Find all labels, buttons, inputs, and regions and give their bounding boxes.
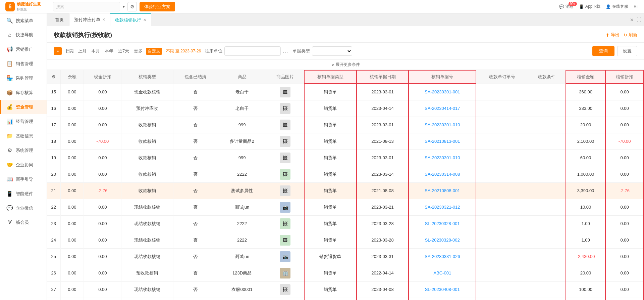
cell-cash-discount: 0.00: [84, 281, 121, 298]
cell-cash-discount: 0.00: [84, 84, 121, 100]
industry-btn[interactable]: 体验行业方案: [140, 2, 175, 11]
tab-expand-icon[interactable]: ⛶: [637, 17, 641, 23]
expand-more-btn[interactable]: ∨ 展开更多条件: [331, 62, 360, 68]
sidebar-label-hardware: 智能硬件: [16, 191, 33, 197]
sidebar-item-finance[interactable]: 💰 资金管理: [0, 100, 47, 114]
sidebar-item-system[interactable]: ⚙ 系统管理: [0, 143, 47, 158]
sidebar-label-basic: 基础信息: [16, 133, 33, 139]
app-download-label: App下载: [585, 4, 600, 9]
sidebar-item-quick-nav[interactable]: ⌂ 快捷导航: [0, 28, 47, 42]
sidebar-item-marketing[interactable]: 📢 营销推广: [0, 42, 47, 56]
cell-idx: 28: [47, 298, 60, 300]
cell-balance: 0.00: [60, 182, 84, 199]
filter-expand-btn[interactable]: »: [54, 47, 62, 55]
sidebar-item-search[interactable]: 🔍 搜索菜单: [0, 13, 47, 28]
tab-receipts[interactable]: 收款核销执行 ✕: [110, 13, 151, 26]
cell-writeoff-type: 收款核销: [121, 117, 173, 133]
date-last-month[interactable]: 上月: [76, 47, 88, 55]
sidebar-label-sales: 销售管理: [16, 61, 33, 67]
top-search-input[interactable]: [53, 2, 120, 11]
tab-prepay-close[interactable]: ✕: [102, 17, 105, 22]
cell-writeoff-no[interactable]: SA-20230331-026: [409, 248, 476, 265]
cell-writeoff-date: 2022-04-14: [357, 265, 409, 281]
cell-writeoff-no[interactable]: SA-20230301-010: [409, 117, 476, 133]
refresh-btn[interactable]: ↻ 刷新: [624, 32, 637, 38]
col-header-settings[interactable]: ⚙: [47, 70, 60, 84]
top-bar: 6 畅捷通好生意 标准版 ▾ ⚙ 体验行业方案 💬 消息 99+ 📱 App下载…: [0, 0, 644, 13]
cell-receipt-order-no: [476, 84, 528, 100]
cell-writeoff-no[interactable]: ABC-001: [409, 265, 476, 281]
date-this-month[interactable]: 本月: [90, 47, 101, 55]
cell-idx: 20: [47, 166, 60, 182]
cell-writeoff-no[interactable]: SA-20210813-001: [409, 133, 476, 149]
search-dropdown-btn[interactable]: ▾: [123, 4, 125, 9]
query-btn[interactable]: 查询: [592, 46, 614, 56]
cell-writeoff-no[interactable]: SL-20230328-002: [409, 232, 476, 248]
sidebar-item-inventory[interactable]: 📦 库存核算: [0, 85, 47, 100]
tab-home[interactable]: 首页: [50, 14, 69, 26]
app-download-btn[interactable]: 📱 App下载: [579, 4, 600, 9]
cell-product: 2222: [218, 298, 266, 300]
top-bar-right: 💬 消息 99+ 📱 App下载 👤 在线客服 Rit: [559, 4, 639, 9]
sidebar-item-hardware[interactable]: 📱 智能硬件: [0, 186, 47, 201]
sidebar-item-vip[interactable]: V 畅会员: [0, 215, 47, 229]
date-this-year[interactable]: 本年: [103, 47, 115, 55]
cell-writeoff-no[interactable]: SL-20230418-001: [409, 298, 476, 300]
home-icon: ⌂: [6, 32, 13, 38]
cell-writeoff-no[interactable]: SL-20230408-001: [409, 281, 476, 298]
table-row: 150.000.00现金收款核销否老白干🖼销货单2023-03-01SA-202…: [47, 84, 644, 100]
cell-writeoff-discount: 0.00: [605, 166, 644, 182]
inventory-icon: 📦: [6, 89, 13, 96]
cell-writeoff-date: 2023-03-01: [357, 117, 409, 133]
cell-product: 老白干: [218, 100, 266, 117]
cell-writeoff-voucher-type: 销货单: [304, 166, 357, 182]
cell-writeoff-date: 2023-03-28: [357, 215, 409, 232]
sidebar-item-sales[interactable]: 📋 销售管理: [0, 56, 47, 71]
sidebar-item-wechat[interactable]: 💬 企业微信: [0, 201, 47, 215]
sidebar-item-basic[interactable]: 📁 基础信息: [0, 129, 47, 143]
cell-writeoff-date: 2023-04-08: [357, 281, 409, 298]
cell-writeoff-no[interactable]: SA-20230301-001: [409, 84, 476, 100]
messages-btn[interactable]: 💬 消息 99+: [559, 4, 574, 9]
cell-writeoff-no[interactable]: SA-20230414-017: [409, 100, 476, 117]
cell-writeoff-type: 现结收款核销: [121, 298, 173, 300]
cell-product-img: 🖼: [266, 149, 304, 166]
cell-writeoff-no[interactable]: SL-20230328-001: [409, 215, 476, 232]
cell-writeoff-no[interactable]: SA-20230314-008: [409, 166, 476, 182]
cell-idx: 21: [47, 182, 60, 199]
online-service-btn[interactable]: 👤 在线客服: [606, 4, 628, 9]
cell-product-img: 🖼: [266, 281, 304, 298]
cell-writeoff-no[interactable]: SA-20230321-012: [409, 199, 476, 215]
cell-cash-discount: 0.00: [84, 199, 121, 215]
counterpart-input[interactable]: [224, 46, 281, 56]
cell-idx: 18: [47, 133, 60, 149]
cell-balance: 0.00: [60, 265, 84, 281]
sidebar-item-operations[interactable]: 📊 经营管理: [0, 114, 47, 129]
export-btn[interactable]: ⬆ 导出: [606, 32, 620, 38]
cell-balance: 0.00: [60, 149, 84, 166]
tab-receipts-close[interactable]: ✕: [143, 18, 146, 22]
col-header-writeoff-discount: 核销折扣: [605, 70, 644, 84]
sidebar-item-enterprise[interactable]: 🤝 企业协同: [0, 158, 47, 172]
cell-writeoff-no[interactable]: SA-20210808-001: [409, 182, 476, 199]
date-range-display: 不限 至 2023-07-26: [166, 48, 201, 54]
cell-writeoff-no[interactable]: SA-20230301-010: [409, 149, 476, 166]
tab-close-all-icon[interactable]: ✕: [630, 17, 634, 23]
sidebar-item-purchase[interactable]: 🏪 采购管理: [0, 71, 47, 85]
sidebar-item-guide[interactable]: 📖 新手引导: [0, 172, 47, 186]
cell-product-img: 🖼: [266, 182, 304, 199]
table-settings-icon[interactable]: ⚙: [52, 74, 56, 79]
cell-writeoff-type: 现结收款核销: [121, 232, 173, 248]
sidebar-label-system: 系统管理: [16, 147, 33, 154]
cell-idx: 15: [47, 84, 60, 100]
tab-prepay[interactable]: 预付冲应付单 ✕: [69, 13, 110, 26]
export-icon: ⬆: [606, 33, 609, 38]
date-custom-btn[interactable]: 自定义: [146, 48, 162, 55]
cell-writeoff-voucher-type: 销货单: [304, 117, 357, 133]
voucher-type-select[interactable]: [312, 46, 352, 56]
date-last-7days[interactable]: 近7天: [117, 47, 130, 55]
date-more[interactable]: 更多: [132, 47, 144, 55]
sidebar-label-inventory: 库存核算: [16, 90, 33, 96]
settings-gear-btn[interactable]: ⚙: [127, 2, 137, 11]
filter-settings-btn[interactable]: 设置: [617, 46, 637, 56]
